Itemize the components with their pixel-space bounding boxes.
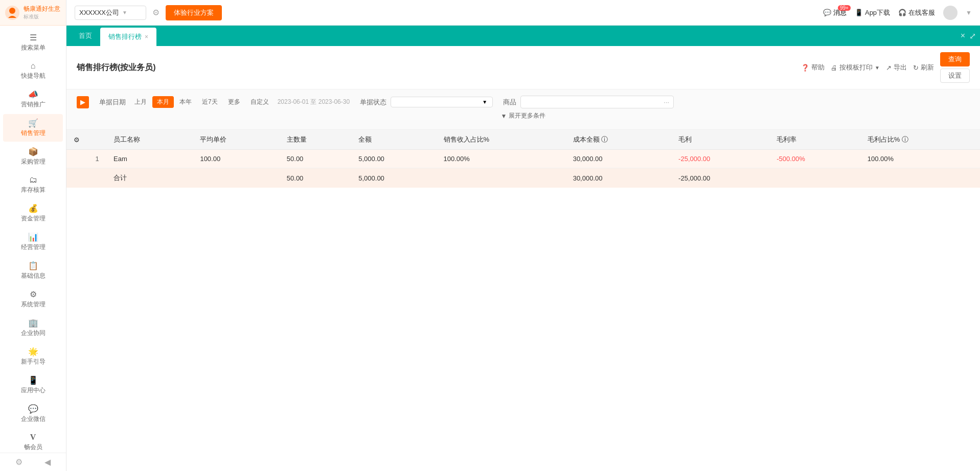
inventory-icon: 🗂 (29, 175, 37, 185)
sidebar-item-sales[interactable]: 🛒 销售管理 (3, 114, 63, 142)
tabbar: 首页 销售排行榜 × × ⤢ (66, 26, 980, 46)
sidebar-item-inventory[interactable]: 🗂 库存核算 (3, 171, 63, 198)
sidebar-nav: ☰ 搜索菜单 ⌂ 快捷导航 📣 营销推广 🛒 销售管理 📦 采购管理 🗂 库存核… (0, 26, 66, 453)
footer-empty-1 (66, 168, 87, 188)
sidebar-logo: 畅康通好生意 标准版 (0, 0, 66, 26)
tab-sales-ranking[interactable]: 销售排行榜 × (100, 28, 156, 46)
message-badge: 99+ (838, 5, 851, 11)
footer-empty-2 (87, 168, 107, 188)
footer-gross: -25,000.00 (672, 168, 770, 188)
status-select[interactable]: ▼ (391, 97, 493, 107)
cell-avg-price: 100.00 (194, 150, 280, 168)
app-download-btn[interactable]: 📱 App下载 (855, 8, 890, 17)
sidebar-item-guide[interactable]: 🌟 新手引导 (3, 343, 63, 370)
col-header-settings[interactable]: ⚙ (66, 130, 87, 150)
logo-icon (4, 5, 20, 21)
filter-row-1: ▶ 单据日期 上月 本月 本年 近7天 更多 自定义 2023-06-01 至 … (77, 96, 970, 108)
company-select[interactable]: XXXXXX公司 ▼ (75, 6, 146, 20)
settings-btn[interactable]: 设置 (940, 69, 970, 83)
col-header-gross-pct: 毛利占比% ⓘ (861, 130, 980, 150)
topbar-settings-icon[interactable]: ⚙ (152, 8, 159, 17)
member-icon: V (30, 433, 36, 442)
tab-sales-ranking-label: 销售排行榜 (108, 32, 142, 41)
query-btn[interactable]: 查询 (940, 52, 970, 66)
app-name: 畅康通好生意 (24, 5, 60, 13)
sidebar-item-marketing[interactable]: 📣 营销推广 (3, 85, 63, 113)
sidebar-item-app-center[interactable]: 📱 应用中心 (3, 371, 63, 399)
date-tab-custom[interactable]: 自定义 (246, 96, 274, 108)
marketing-icon: 📣 (28, 89, 38, 99)
sidebar-item-label: 资金管理 (21, 214, 45, 223)
sidebar-item-label: 企业微信 (21, 415, 45, 423)
date-tab-more[interactable]: 更多 (223, 96, 245, 108)
sidebar-item-label: 经营管理 (21, 243, 45, 252)
online-service-label: 在线客服 (908, 8, 935, 17)
cell-gross-pct: 100.00% (861, 150, 980, 168)
tab-close-icon[interactable]: × (145, 33, 148, 40)
expand-more-btn[interactable]: ▼ 展开更多条件 (77, 108, 970, 123)
sidebar-item-search[interactable]: ☰ 搜索菜单 (3, 29, 63, 56)
cell-cost: 30,000.00 (567, 150, 672, 168)
svg-point-1 (9, 8, 15, 14)
filter-toggle-btn[interactable]: ▶ (77, 96, 89, 108)
date-tab-this-month[interactable]: 本月 (152, 96, 174, 108)
sidebar-item-quick-nav[interactable]: ⌂ 快捷导航 (3, 57, 63, 84)
sidebar-item-system[interactable]: ⚙ 系统管理 (3, 285, 63, 313)
template-print-btn[interactable]: 🖨 按模板打印 ▼ (831, 63, 880, 72)
tab-home[interactable]: 首页 (71, 26, 100, 46)
page-content: 销售排行榜(按业务员) ❓ 帮助 🖨 按模板打印 ▼ ↗ 导出 ↻ 刷新 (66, 46, 980, 471)
sidebar-item-purchase[interactable]: 📦 采购管理 (3, 143, 63, 170)
message-btn[interactable]: 💬 消息 99+ (823, 8, 847, 17)
guide-icon: 🌟 (28, 347, 38, 356)
app-center-icon: 📱 (28, 375, 38, 385)
sidebar-item-label: 搜索菜单 (21, 43, 45, 52)
window-expand-btn[interactable]: ⤢ (969, 31, 976, 41)
col-header-rank (87, 130, 107, 150)
sidebar-item-basic-info[interactable]: 📋 基础信息 (3, 257, 63, 284)
sidebar-item-label: 企业协同 (21, 329, 45, 338)
help-btn[interactable]: ❓ 帮助 (801, 63, 825, 72)
footer-label: 合计 (107, 168, 194, 188)
print-icon: 🖨 (831, 64, 837, 72)
footer-avg-price-empty (194, 168, 280, 188)
sidebar-item-operations[interactable]: 📊 经营管理 (3, 228, 63, 256)
date-filter-group: 单据日期 上月 本月 本年 近7天 更多 自定义 2023-06-01 至 20… (99, 96, 350, 108)
cell-gross: -25,000.00 (672, 150, 770, 168)
basic-info-icon: 📋 (28, 261, 38, 271)
online-service-btn[interactable]: 🎧 在线客服 (898, 8, 935, 17)
export-label: 导出 (894, 63, 907, 72)
sidebar-item-finance[interactable]: 💰 资金管理 (3, 199, 63, 227)
user-avatar[interactable] (943, 6, 958, 20)
col-header-amount: 全额 (352, 130, 437, 150)
trial-button[interactable]: 体验行业方案 (166, 5, 222, 20)
goods-input-dots: ··· (664, 98, 669, 106)
sidebar-item-label: 销售管理 (21, 129, 45, 138)
sidebar-item-wechat[interactable]: 💬 企业微信 (3, 400, 63, 428)
refresh-btn[interactable]: ↻ 刷新 (913, 63, 934, 72)
refresh-icon: ↻ (913, 64, 919, 72)
col-header-qty: 主数量 (281, 130, 352, 150)
goods-input[interactable]: ··· (520, 96, 674, 108)
finance-icon: 💰 (28, 204, 38, 213)
column-settings-icon[interactable]: ⚙ (74, 136, 80, 144)
export-btn[interactable]: ↗ 导出 (886, 63, 907, 72)
window-close-btn[interactable]: × (961, 31, 965, 41)
sidebar-item-enterprise[interactable]: 🏢 企业协同 (3, 314, 63, 342)
sidebar-settings-btn[interactable]: ⚙ (15, 457, 22, 467)
status-dropdown-icon: ▼ (482, 99, 487, 105)
sidebar-item-member[interactable]: V 畅会员 (3, 429, 63, 453)
operations-icon: 📊 (28, 232, 38, 242)
date-tab-7days[interactable]: 近7天 (197, 96, 222, 108)
date-tab-this-year[interactable]: 本年 (175, 96, 196, 108)
sidebar-item-label: 系统管理 (21, 300, 45, 309)
status-filter-group: 单据状态 ▼ (360, 97, 493, 107)
date-tab-last-month[interactable]: 上月 (130, 96, 151, 108)
data-table: ⚙ 员工名称 平均单价 主数量 全额 销售收入占比% 成本全额 ⓘ 毛利 毛利率 (66, 130, 980, 188)
cell-row-settings (66, 150, 87, 168)
system-icon: ⚙ (30, 289, 37, 299)
tab-home-label: 首页 (79, 31, 92, 40)
user-name[interactable]: ▼ (966, 9, 972, 16)
footer-sales-pct-empty (438, 168, 567, 188)
print-chevron-icon: ▼ (875, 65, 880, 71)
sidebar-collapse-btn[interactable]: ◀ (44, 457, 51, 467)
